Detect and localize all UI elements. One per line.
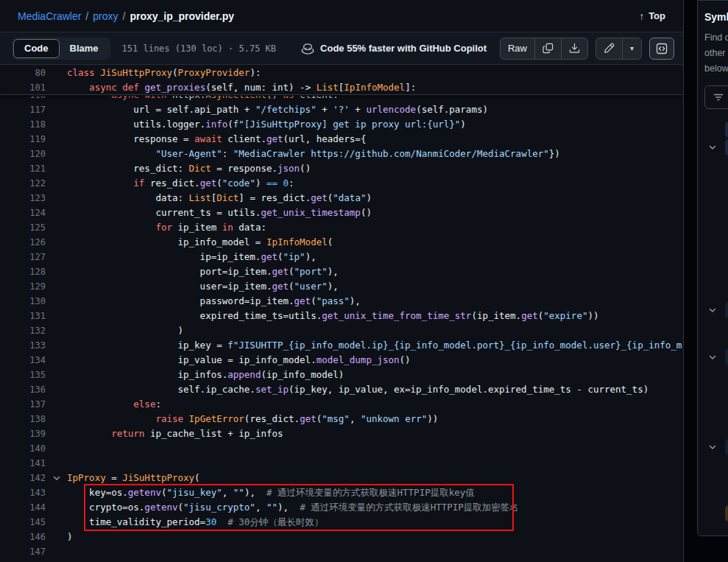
code-text: crypto=os.getenv("jisu_crypto", ""), # 通… — [67, 500, 682, 515]
symbols-title: Symbols — [704, 11, 728, 23]
breadcrumb: MediaCrawler / proxy / proxy_ip_provider… — [0, 0, 683, 32]
back-to-top-button[interactable]: ↑ Top — [633, 7, 671, 25]
line-number[interactable]: 125 — [0, 220, 46, 235]
line-number[interactable]: 131 — [0, 309, 46, 323]
symbol-item-partial[interactable] — [725, 439, 728, 455]
raw-button-group: Raw — [500, 38, 588, 60]
breadcrumb-repo-link[interactable]: MediaCrawler — [18, 10, 81, 22]
line-number[interactable]: 123 — [0, 191, 46, 206]
gutter — [46, 294, 67, 309]
code-text: if res_dict.get("code") == 0: — [67, 176, 682, 191]
gutter — [46, 102, 67, 117]
code-line-80: 80class JiSuHttpProxy(ProxyProvider): — [0, 66, 682, 80]
gutter — [46, 485, 67, 500]
code-line-119: 119 response = await client.get(url, hea… — [0, 132, 682, 147]
line-number[interactable]: 128 — [0, 264, 46, 279]
code-line-142: 142IpProxy = JiSuHttpProxy( — [0, 471, 682, 485]
code-line-123: 123 data: List[Dict] = res_dict.get("dat… — [0, 191, 682, 206]
symbols-filter-button[interactable] — [704, 85, 728, 109]
line-number[interactable]: 101 — [0, 80, 46, 95]
line-number[interactable]: 133 — [0, 338, 46, 353]
symbol-item-partial[interactable] — [725, 139, 728, 155]
chevron-down-icon[interactable] — [708, 143, 718, 152]
edit-pencil-icon[interactable] — [596, 38, 623, 59]
line-number[interactable]: 140 — [0, 441, 46, 456]
tab-blame[interactable]: Blame — [60, 39, 109, 58]
code-line-120: 120 "User-Agent": "MediaCrawler https://… — [0, 147, 682, 161]
line-number[interactable]: 137 — [0, 397, 46, 412]
line-number[interactable]: 130 — [0, 294, 46, 309]
symbol-tree-row — [698, 505, 728, 522]
line-number[interactable]: 127 — [0, 250, 46, 264]
line-number[interactable]: 147 — [0, 544, 46, 559]
code-text — [67, 441, 682, 456]
copy-icon[interactable] — [535, 38, 562, 59]
raw-button[interactable]: Raw — [501, 38, 535, 59]
gutter — [46, 279, 67, 294]
gutter — [46, 353, 67, 368]
line-number[interactable]: 124 — [0, 206, 46, 220]
symbols-description: Find definitions and references for func… — [704, 30, 728, 77]
copilot-banner[interactable]: Code 55% faster with GitHub Copilot — [301, 42, 487, 55]
line-number[interactable]: 121 — [0, 161, 46, 176]
line-number[interactable]: 80 — [0, 66, 46, 80]
line-number[interactable]: 126 — [0, 235, 46, 250]
code-line-124: 124 current_ts = utils.get_unix_timestam… — [0, 206, 682, 220]
code-text: utils.logger.info(f"[JiSuHttpProxy] get … — [67, 117, 682, 132]
copilot-banner-text: Code 55% faster with GitHub Copilot — [320, 43, 487, 54]
file-toolbar: Code Blame 151 lines (130 loc) · 5.75 KB… — [0, 32, 683, 65]
line-number[interactable]: 141 — [0, 456, 46, 471]
symbol-item-partial[interactable] — [725, 505, 728, 521]
breadcrumb-separator: / — [122, 10, 125, 22]
download-icon[interactable] — [562, 38, 587, 59]
code-line-125: 125 for ip_item in data: — [0, 220, 682, 235]
gutter — [46, 220, 67, 235]
gutter — [46, 426, 67, 441]
edit-dropdown-caret[interactable]: ▾ — [623, 38, 641, 59]
line-number[interactable]: 138 — [0, 412, 46, 426]
back-to-top-label: Top — [649, 10, 665, 21]
code-line-133: 133 ip_key = f"JISUHTTP_{ip_info_model.i… — [0, 338, 682, 353]
collapse-chevron-icon[interactable] — [46, 471, 67, 485]
line-number[interactable]: 116 — [0, 96, 46, 102]
code-text: for ip_item in data: — [67, 220, 682, 235]
code-line-130: 130 password=ip_item.get("pass"), — [0, 294, 682, 309]
symbol-item-partial[interactable] — [725, 302, 728, 318]
code-text: response = await client.get(url, headers… — [67, 132, 682, 147]
line-number[interactable]: 118 — [0, 117, 46, 132]
code-text: ip_infos.append(ip_info_model) — [67, 368, 682, 382]
symbol-item-partial[interactable] — [725, 349, 728, 365]
line-number[interactable]: 120 — [0, 147, 46, 161]
line-number[interactable]: 136 — [0, 382, 46, 397]
gutter — [46, 441, 67, 456]
code-text: ip_value = ip_info_model.model_dump_json… — [67, 353, 682, 368]
symbol-item-partial[interactable] — [725, 122, 728, 138]
line-number[interactable]: 139 — [0, 426, 46, 441]
symbols-panel-toggle[interactable] — [649, 38, 674, 60]
line-number[interactable]: 122 — [0, 176, 46, 191]
line-number[interactable]: 142 — [0, 471, 46, 485]
line-number[interactable]: 119 — [0, 132, 46, 147]
line-number[interactable]: 135 — [0, 368, 46, 382]
tab-code[interactable]: Code — [13, 39, 60, 58]
line-number[interactable]: 129 — [0, 279, 46, 294]
line-number[interactable]: 134 — [0, 353, 46, 368]
code-text: user=ip_item.get("user"), — [67, 279, 682, 294]
chevron-down-icon[interactable] — [708, 443, 718, 452]
line-number[interactable]: 144 — [0, 500, 46, 515]
gutter — [46, 338, 67, 353]
line-number[interactable]: 146 — [0, 530, 46, 544]
line-number[interactable]: 117 — [0, 102, 46, 117]
gutter — [46, 147, 67, 161]
line-number[interactable]: 132 — [0, 323, 46, 338]
gutter — [46, 117, 67, 132]
code-line-117: 117 url = self.api_path + "/fetchips" + … — [0, 102, 682, 117]
gutter — [46, 530, 67, 544]
file-meta: 151 lines (130 loc) · 5.75 KB — [122, 43, 277, 54]
chevron-down-icon[interactable] — [708, 353, 718, 362]
line-number[interactable]: 143 — [0, 485, 46, 500]
breadcrumb-folder-link[interactable]: proxy — [93, 10, 118, 22]
chevron-down-icon[interactable] — [708, 306, 718, 315]
code-line-144: 144 crypto=os.getenv("jisu_crypto", ""),… — [0, 500, 682, 515]
line-number[interactable]: 145 — [0, 515, 46, 530]
